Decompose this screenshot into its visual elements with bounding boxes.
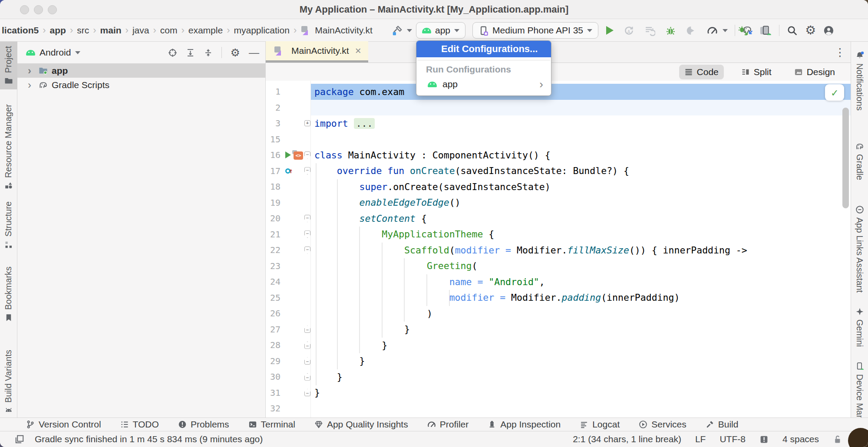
breadcrumb-item-example[interactable]: example xyxy=(188,25,224,36)
breadcrumb-item-main[interactable]: main xyxy=(99,25,122,36)
gradle-sync-button[interactable] xyxy=(743,25,753,36)
tool-stripe-tab-app-links-assistant[interactable]: App Links Assistant xyxy=(851,201,868,297)
code-line-1[interactable]: 1package com.exam xyxy=(266,84,851,100)
line-separator-indicator[interactable]: LF xyxy=(695,434,706,444)
debug-button[interactable] xyxy=(665,25,676,36)
editor-scrollbar[interactable] xyxy=(842,108,849,208)
chevron-right-icon[interactable]: › xyxy=(28,65,35,77)
code-area[interactable]: 1package com.exam23+import ...1516<>−cla… xyxy=(266,81,851,417)
run-configuration-select[interactable]: app xyxy=(416,22,465,39)
build-project-button[interactable] xyxy=(392,25,403,36)
tool-stripe-tab-gradle[interactable]: Gradle xyxy=(851,138,868,184)
code-line-30[interactable]: 30− } xyxy=(266,369,851,385)
chevron-down-icon[interactable] xyxy=(723,29,728,32)
breadcrumb-item-app[interactable]: app xyxy=(49,25,67,36)
fold-marker[interactable]: − xyxy=(304,325,310,333)
fold-marker[interactable]: + xyxy=(304,120,310,126)
collapse-all-button[interactable] xyxy=(204,48,213,57)
code-line-29[interactable]: 29− } xyxy=(266,353,851,369)
code-line-2[interactable]: 2 xyxy=(266,100,851,116)
code-line-16[interactable]: 16<>−class MainActivity : ComponentActiv… xyxy=(266,147,851,163)
breadcrumb-item-mainactivity-kt[interactable]: MainActivity.kt xyxy=(314,25,373,36)
code-line-17[interactable]: 17↑− override fun onCreate(savedInstance… xyxy=(266,163,851,179)
unlock-icon[interactable] xyxy=(833,435,842,444)
code-line-27[interactable]: 27− } xyxy=(266,322,851,338)
fold-marker[interactable]: − xyxy=(304,151,310,159)
toolwindow-todo[interactable]: TODO xyxy=(120,419,159,430)
chevron-down-icon[interactable] xyxy=(407,29,412,32)
toolwindow-version-control[interactable]: Version Control xyxy=(26,419,101,430)
line-number[interactable]: 3 xyxy=(266,118,285,128)
fold-marker[interactable]: − xyxy=(304,342,310,349)
code-line-18[interactable]: 18 super.onCreate(savedInstanceState) xyxy=(266,179,851,195)
close-icon[interactable]: × xyxy=(355,45,361,57)
code-line-32[interactable]: 32 xyxy=(266,401,851,417)
tool-stripe-tab-structure[interactable]: Structure xyxy=(0,197,17,253)
tool-stripe-tab-project[interactable]: Project xyxy=(0,42,17,89)
tree-row-app[interactable]: › app xyxy=(17,63,265,78)
line-number[interactable]: 27 xyxy=(266,324,285,335)
line-number[interactable]: 1 xyxy=(266,86,285,97)
line-number[interactable]: 16 xyxy=(266,150,285,160)
tab-mainactivity[interactable]: MainActivity.kt × xyxy=(266,41,368,62)
line-number[interactable]: 17 xyxy=(266,166,285,176)
profile-avatar-button[interactable] xyxy=(823,25,834,36)
code-line-23[interactable]: 23 Greeting( xyxy=(266,258,851,274)
tool-stripe-tab-notifications[interactable]: Notifications xyxy=(851,47,868,115)
settings-button[interactable]: ⚙ xyxy=(805,24,816,36)
tree-row-gradle-scripts[interactable]: › Gradle Scripts xyxy=(17,78,265,92)
chevron-right-icon[interactable]: › xyxy=(28,79,35,91)
more-options-icon[interactable]: ⋮ xyxy=(835,46,845,59)
run-line-icon[interactable] xyxy=(285,151,291,158)
inspections-ok-indicator[interactable]: ✓ xyxy=(825,84,844,101)
ide-errors-icon[interactable] xyxy=(759,435,769,444)
line-number[interactable]: 28 xyxy=(266,340,285,350)
breadcrumb-item-lication5[interactable]: lication5 xyxy=(1,25,40,36)
run-button[interactable] xyxy=(606,26,614,35)
code-line-25[interactable]: 25 modifier = Modifier.padding(innerPadd… xyxy=(266,290,851,306)
line-number[interactable]: 31 xyxy=(266,388,285,398)
line-number[interactable]: 23 xyxy=(266,261,285,271)
apply-changes-button[interactable]: A xyxy=(624,25,634,36)
hide-panel-button[interactable]: — xyxy=(249,47,259,58)
fold-marker[interactable]: − xyxy=(304,357,310,365)
line-number[interactable]: 2 xyxy=(266,102,285,113)
caret-position-indicator[interactable]: 2:1 (34 chars, 1 line break) xyxy=(573,434,681,444)
code-line-21[interactable]: 21− MyApplicationTheme { xyxy=(266,227,851,243)
toolwindow-terminal[interactable]: Terminal xyxy=(248,419,295,430)
tool-windows-icon[interactable] xyxy=(15,434,24,444)
line-number[interactable]: 18 xyxy=(266,181,285,192)
breadcrumb-item-myapplication[interactable]: myapplication xyxy=(233,25,290,36)
expand-all-button[interactable] xyxy=(186,48,195,57)
search-everywhere-button[interactable] xyxy=(787,25,798,36)
line-number[interactable]: 22 xyxy=(266,245,285,255)
fold-marker[interactable]: − xyxy=(304,167,310,174)
tool-stripe-tab-bookmarks[interactable]: Bookmarks xyxy=(0,262,17,326)
breadcrumb-item-com[interactable]: com xyxy=(159,25,178,36)
breadcrumb-item-java[interactable]: java xyxy=(132,25,150,36)
line-number[interactable]: 32 xyxy=(266,403,285,414)
fold-marker[interactable]: − xyxy=(304,230,310,238)
overrides-method-icon[interactable]: ↑ xyxy=(285,167,293,175)
line-number[interactable]: 21 xyxy=(266,229,285,240)
toolwindow-profiler[interactable]: Profiler xyxy=(427,419,469,430)
tool-stripe-tab-gemini[interactable]: Gemini xyxy=(851,303,868,351)
panel-settings-button[interactable]: ⚙ xyxy=(231,47,240,58)
fold-marker[interactable]: − xyxy=(304,389,310,396)
fold-marker[interactable]: − xyxy=(304,247,310,254)
toolwindow-logcat[interactable]: Logcat xyxy=(580,419,620,430)
encoding-indicator[interactable]: UTF-8 xyxy=(719,434,746,444)
attach-debugger-button[interactable] xyxy=(686,25,697,36)
tool-stripe-tab-build-variants[interactable]: Build Variants xyxy=(0,345,17,419)
toolwindow-app-inspection[interactable]: App Inspection xyxy=(488,419,561,430)
compose-preview-icon[interactable]: <> xyxy=(292,150,303,160)
project-view-select[interactable]: Android xyxy=(26,47,80,58)
code-line-28[interactable]: 28− } xyxy=(266,337,851,353)
line-number[interactable]: 15 xyxy=(266,134,285,145)
mode-code-button[interactable]: Code xyxy=(679,65,724,79)
line-number[interactable]: 24 xyxy=(266,276,285,287)
menu-item-app[interactable]: app › xyxy=(416,76,551,92)
mode-design-button[interactable]: Design xyxy=(789,65,840,79)
profiler-button[interactable] xyxy=(707,25,718,36)
line-number[interactable]: 20 xyxy=(266,213,285,224)
